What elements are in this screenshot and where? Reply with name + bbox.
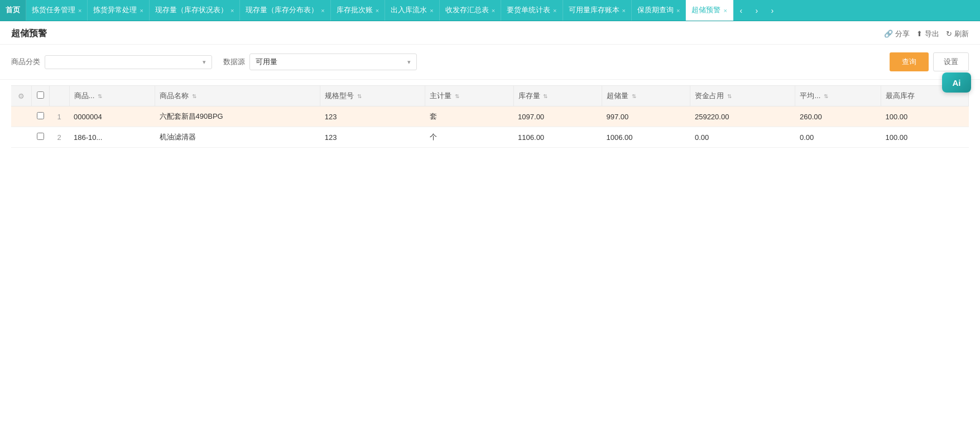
col-stock[interactable]: 库存量 ⇅ [513, 86, 602, 106]
sort-spec-icon: ⇅ [357, 93, 362, 99]
col-spec-label: 规格型号 [325, 91, 354, 100]
nav-label-task-mgmt: 拣货任务管理 [32, 6, 75, 15]
row-checkbox-cell[interactable] [31, 106, 49, 127]
category-select[interactable]: ▾ [45, 55, 212, 69]
close-order-stats-icon[interactable]: × [553, 7, 556, 14]
close-batch-account-icon[interactable]: × [376, 7, 379, 14]
table-row: 2 186-10... 机油滤清器 123 个 1106.00 1006.00 … [11, 127, 969, 148]
close-recv-send-icon[interactable]: × [492, 7, 495, 14]
share-icon: 🔗 [884, 30, 893, 38]
nav-item-home[interactable]: 首页 [0, 0, 26, 21]
filter-bar: 商品分类 ▾ 数据源 可用量 ▾ 查询 设置 [0, 45, 980, 80]
nav-item-inout-flow[interactable]: 出入库流水 × [385, 0, 439, 21]
nav-item-order-stats[interactable]: 要货单统计表 × [501, 0, 563, 21]
nav-next-button[interactable]: › [749, 0, 765, 21]
row-product-code: 0000004 [69, 106, 155, 127]
sort-product-name-icon: ⇅ [192, 93, 196, 99]
share-label: 分享 [895, 29, 910, 39]
table-header-row: ⚙ 商品... ⇅ 商品名称 ⇅ 规格型号 ⇅ [11, 86, 969, 106]
row-spec: 123 [320, 127, 425, 148]
col-stock-label: 库存量 [518, 91, 540, 100]
nav-prev-button[interactable]: ‹ [733, 0, 749, 21]
page-header: 超储预警 🔗 分享 ⬆ 导出 ↻ 刷新 [0, 21, 980, 45]
col-over-stock-label: 超储量 [607, 91, 628, 100]
sort-capital-icon: ⇅ [727, 93, 732, 99]
nav-label-expiry: 保质期查询 [637, 6, 674, 15]
nav-item-exception[interactable]: 拣货异常处理 × [88, 0, 149, 21]
row-product-name: 六配套新昌490BPG [155, 106, 320, 127]
row-gear-cell [11, 106, 31, 127]
col-select-all[interactable] [31, 86, 49, 106]
top-nav: 首页 拣货任务管理 × 拣货异常处理 × 现存量（库存状况表） × 现存量（库存… [0, 0, 980, 21]
close-inout-flow-icon[interactable]: × [430, 7, 433, 14]
close-stock-dist-icon[interactable]: × [321, 7, 324, 14]
col-spec[interactable]: 规格型号 ⇅ [320, 86, 425, 106]
nav-item-available-stock[interactable]: 可用量库存账本 × [563, 0, 632, 21]
col-over-stock[interactable]: 超储量 ⇅ [602, 86, 690, 106]
datasource-label: 数据源 [223, 57, 245, 67]
nav-label-order-stats: 要货单统计表 [507, 6, 550, 15]
nav-label-available-stock: 可用量库存账本 [569, 6, 619, 15]
nav-item-recv-send[interactable]: 收发存汇总表 × [440, 0, 501, 21]
header-actions: 🔗 分享 ⬆ 导出 ↻ 刷新 [884, 29, 969, 39]
sort-product-code-icon: ⇅ [98, 93, 102, 99]
col-capital-label: 资金占用 [695, 91, 724, 100]
close-exception-icon[interactable]: × [140, 7, 143, 14]
close-overstock-icon[interactable]: × [723, 7, 727, 14]
gear-icon: ⚙ [18, 92, 25, 100]
share-button[interactable]: 🔗 分享 [884, 29, 910, 39]
col-product-name-label: 商品名称 [160, 91, 189, 100]
col-gear[interactable]: ⚙ [11, 86, 31, 106]
col-capital[interactable]: 资金占用 ⇅ [690, 86, 795, 106]
row-gear-cell [11, 127, 31, 148]
nav-item-stock-status[interactable]: 现存量（库存状况表） × [150, 0, 240, 21]
row-capital: 0.00 [690, 127, 795, 148]
row-number: 1 [49, 106, 69, 127]
ai-badge[interactable]: Ai [942, 72, 971, 93]
close-available-stock-icon[interactable]: × [622, 7, 626, 14]
export-button[interactable]: ⬆ 导出 [916, 29, 939, 39]
row-stock: 1106.00 [513, 127, 602, 148]
category-label: 商品分类 [11, 57, 40, 67]
nav-item-stock-dist[interactable]: 现存量（库存分布表） × [240, 0, 330, 21]
query-button[interactable]: 查询 [890, 52, 929, 71]
close-task-mgmt-icon[interactable]: × [78, 7, 81, 14]
select-all-checkbox[interactable] [37, 91, 44, 99]
datasource-select[interactable]: 可用量 ▾ [249, 54, 417, 70]
col-max-stock-label: 最高库存 [886, 91, 915, 100]
nav-label-stock-status: 现存量（库存状况表） [155, 6, 228, 15]
nav-label-recv-send: 收发存汇总表 [445, 6, 489, 15]
nav-item-batch-account[interactable]: 库存批次账 × [331, 0, 385, 21]
settings-button[interactable]: 设置 [933, 52, 969, 71]
refresh-label: 刷新 [954, 29, 969, 39]
nav-label-batch-account: 库存批次账 [337, 6, 373, 15]
col-product-name[interactable]: 商品名称 ⇅ [155, 86, 320, 106]
row-checkbox-cell[interactable] [31, 127, 49, 148]
page-title: 超储预警 [11, 28, 47, 40]
nav-more-button[interactable]: › [765, 0, 780, 21]
nav-item-task-mgmt[interactable]: 拣货任务管理 × [26, 0, 88, 21]
refresh-button[interactable]: ↻ 刷新 [946, 29, 969, 39]
nav-item-expiry[interactable]: 保质期查询 × [632, 0, 686, 21]
nav-item-overstock[interactable]: 超储预警 × [686, 0, 733, 21]
row-unit: 套 [425, 106, 513, 127]
sort-unit-icon: ⇅ [455, 93, 459, 99]
close-expiry-icon[interactable]: × [676, 7, 680, 14]
col-unit-label: 主计量 [430, 91, 451, 100]
row-product-code: 186-10... [69, 127, 155, 148]
datasource-value: 可用量 [256, 57, 277, 67]
table-container: ⚙ 商品... ⇅ 商品名称 ⇅ 规格型号 ⇅ [0, 85, 980, 148]
col-product-code[interactable]: 商品... ⇅ [69, 86, 155, 106]
row-max-stock: 100.00 [881, 127, 968, 148]
nav-label-home: 首页 [6, 6, 20, 15]
datasource-filter: 数据源 可用量 ▾ [223, 54, 417, 70]
sort-avg-icon: ⇅ [824, 93, 828, 99]
row-select-checkbox[interactable] [37, 112, 44, 119]
col-avg[interactable]: 平均... ⇅ [795, 86, 881, 106]
close-stock-status-icon[interactable]: × [230, 7, 234, 14]
nav-label-exception: 拣货异常处理 [93, 6, 137, 15]
nav-label-stock-dist: 现存量（库存分布表） [246, 6, 318, 15]
col-unit[interactable]: 主计量 ⇅ [425, 86, 513, 106]
row-select-checkbox[interactable] [37, 133, 44, 140]
refresh-icon: ↻ [946, 30, 952, 38]
